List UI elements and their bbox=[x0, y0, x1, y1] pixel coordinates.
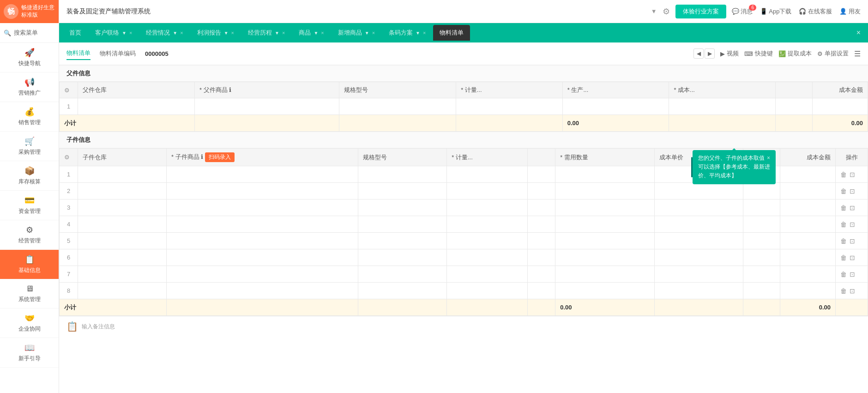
list-view-icon[interactable]: ☰ bbox=[854, 49, 861, 58]
child-spec-2[interactable] bbox=[358, 183, 447, 200]
app-download[interactable]: 📱 App下载 bbox=[760, 7, 791, 16]
child-spec-3[interactable] bbox=[358, 200, 447, 216]
sidebar-item-quick-nav[interactable]: 🚀 快捷导航 bbox=[0, 43, 59, 73]
parent-goods-1[interactable] bbox=[195, 98, 339, 115]
delete-icon-4[interactable]: 🗑 bbox=[840, 221, 847, 228]
sidebar-item-marketing[interactable]: 📢 营销推广 bbox=[0, 73, 59, 102]
delete-icon-6[interactable]: 🗑 bbox=[840, 254, 847, 261]
delete-icon-8[interactable]: 🗑 bbox=[840, 287, 847, 295]
child-warehouse-8[interactable] bbox=[78, 283, 167, 299]
tab-add-goods[interactable]: 新增商品 ▼ × bbox=[332, 25, 381, 41]
tab-home[interactable]: 首页 bbox=[63, 25, 88, 41]
child-spec-8[interactable] bbox=[358, 283, 447, 299]
delete-icon-1[interactable]: 🗑 bbox=[840, 171, 847, 178]
child-warehouse-1[interactable] bbox=[78, 166, 167, 183]
child-quantity-8[interactable] bbox=[555, 283, 655, 299]
nav-close-all[interactable]: × bbox=[853, 29, 864, 37]
action-shortcut[interactable]: ⌨ 快捷键 bbox=[744, 49, 773, 58]
col-settings-icon[interactable]: ⚙ bbox=[64, 87, 70, 94]
tooltip-close-button[interactable]: × bbox=[767, 154, 770, 163]
child-spec-5[interactable] bbox=[358, 233, 447, 249]
topbar-dropdown-arrow[interactable]: ▼ bbox=[651, 8, 657, 15]
child-unit-cost-4[interactable] bbox=[654, 216, 743, 233]
child-unit-cost-6[interactable] bbox=[654, 249, 743, 266]
child-quantity-4[interactable] bbox=[555, 216, 655, 233]
copy-icon-8[interactable]: ⊡ bbox=[850, 287, 855, 295]
delete-icon-5[interactable]: 🗑 bbox=[840, 237, 847, 245]
child-goods-6[interactable] bbox=[166, 249, 358, 266]
child-warehouse-5[interactable] bbox=[78, 233, 167, 249]
copy-icon-3[interactable]: ⊡ bbox=[850, 204, 855, 212]
sidebar-item-finance[interactable]: 💳 资金管理 bbox=[0, 191, 59, 220]
child-quantity-5[interactable] bbox=[555, 233, 655, 249]
child-spec-6[interactable] bbox=[358, 249, 447, 266]
action-single-settings[interactable]: ⚙ 单据设置 bbox=[817, 49, 849, 58]
scan-input-button[interactable]: 扫码录入 bbox=[205, 152, 235, 162]
tab-barcode-close[interactable]: × bbox=[423, 30, 426, 36]
delete-icon-3[interactable]: 🗑 bbox=[840, 204, 847, 212]
search-menu-button[interactable]: 🔍 搜索菜单 bbox=[4, 27, 55, 39]
child-goods-1[interactable] bbox=[166, 166, 358, 183]
tab-barcode[interactable]: 条码方案 ▼ × bbox=[382, 25, 432, 41]
tab-goods[interactable]: 商品 ▼ × bbox=[292, 25, 330, 41]
child-goods-5[interactable] bbox=[166, 233, 358, 249]
child-unit-cost-8[interactable] bbox=[654, 283, 743, 299]
trial-button[interactable]: 体验行业方案 bbox=[675, 5, 726, 18]
sidebar-item-operations[interactable]: ⚙ 经营管理 bbox=[0, 220, 59, 250]
next-button[interactable]: ▶ bbox=[705, 48, 715, 59]
delete-icon-2[interactable]: 🗑 bbox=[840, 187, 847, 195]
child-unit-cost-3[interactable] bbox=[654, 200, 743, 216]
child-unit-cost-7[interactable] bbox=[654, 266, 743, 283]
child-unit-2[interactable] bbox=[447, 183, 528, 200]
tab-operations-status[interactable]: 经营情况 ▼ × bbox=[139, 25, 189, 41]
sidebar-item-guide[interactable]: 📖 新手引导 bbox=[0, 338, 59, 368]
tab-biz-close[interactable]: × bbox=[282, 30, 285, 36]
sidebar-item-basic-info[interactable]: 📋 基础信息 bbox=[0, 250, 59, 279]
child-unit-cost-5[interactable] bbox=[654, 233, 743, 249]
child-warehouse-2[interactable] bbox=[78, 183, 167, 200]
child-goods-2[interactable] bbox=[166, 183, 358, 200]
settings-icon[interactable]: ⚙ bbox=[663, 6, 670, 17]
tab-ops-close[interactable]: × bbox=[180, 30, 183, 36]
copy-icon-6[interactable]: ⊡ bbox=[850, 254, 855, 261]
child-goods-3[interactable] bbox=[166, 200, 358, 216]
child-quantity-1[interactable] bbox=[555, 166, 655, 183]
child-spec-1[interactable] bbox=[358, 166, 447, 183]
parent-cost-1[interactable] bbox=[669, 98, 776, 115]
child-unit-7[interactable] bbox=[447, 266, 528, 283]
parent-spec-1[interactable] bbox=[339, 98, 456, 115]
action-view[interactable]: ▶ 视频 bbox=[720, 49, 739, 58]
child-warehouse-3[interactable] bbox=[78, 200, 167, 216]
copy-icon-7[interactable]: ⊡ bbox=[850, 271, 855, 278]
tab-goods-close[interactable]: × bbox=[321, 30, 324, 36]
user-menu[interactable]: 👤 用友 bbox=[839, 7, 861, 16]
sidebar-item-system[interactable]: 🖥 系统管理 bbox=[0, 279, 59, 308]
child-quantity-7[interactable] bbox=[555, 266, 655, 283]
tab-biz-process[interactable]: 经营历程 ▼ × bbox=[241, 25, 291, 41]
sub-tab-bom-code[interactable]: 物料清单编码 bbox=[100, 48, 136, 60]
parent-production-1[interactable] bbox=[562, 98, 669, 115]
sub-tab-bom-list[interactable]: 物料清单 bbox=[66, 47, 90, 60]
sidebar-item-enterprise[interactable]: 🤝 企业协同 bbox=[0, 308, 59, 338]
child-unit-6[interactable] bbox=[447, 249, 528, 266]
action-extract-cost[interactable]: 💹 提取成本 bbox=[778, 49, 812, 58]
child-goods-7[interactable] bbox=[166, 266, 358, 283]
child-unit-5[interactable] bbox=[447, 233, 528, 249]
tab-addgoods-close[interactable]: × bbox=[372, 30, 375, 36]
tab-customer-close[interactable]: × bbox=[129, 30, 132, 36]
copy-icon-4[interactable]: ⊡ bbox=[850, 221, 855, 228]
child-col-settings-icon[interactable]: ⚙ bbox=[64, 154, 70, 161]
child-goods-8[interactable] bbox=[166, 283, 358, 299]
child-warehouse-6[interactable] bbox=[78, 249, 167, 266]
child-spec-7[interactable] bbox=[358, 266, 447, 283]
parent-warehouse-1[interactable] bbox=[78, 98, 195, 115]
tab-customer[interactable]: 客户联络 ▼ × bbox=[89, 25, 139, 41]
tab-bom[interactable]: 物料清单 bbox=[433, 25, 470, 41]
sidebar-item-inventory[interactable]: 📦 库存核算 bbox=[0, 161, 59, 191]
tab-profit-close[interactable]: × bbox=[231, 30, 234, 36]
child-spec-4[interactable] bbox=[358, 216, 447, 233]
tab-profit-report[interactable]: 利润报告 ▼ × bbox=[191, 25, 241, 41]
prev-button[interactable]: ◀ bbox=[693, 48, 704, 59]
sidebar-item-purchase[interactable]: 🛒 采购管理 bbox=[0, 132, 59, 161]
child-unit-3[interactable] bbox=[447, 200, 528, 216]
